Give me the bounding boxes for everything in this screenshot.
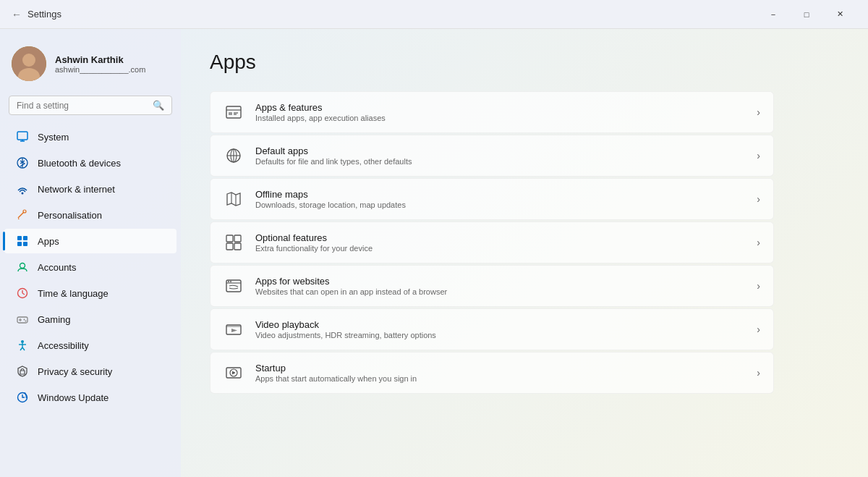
apps-features-title: Apps & features [255, 102, 745, 113]
settings-item-offline-maps[interactable]: Offline maps Downloads, storage location… [210, 178, 774, 220]
chevron-icon: › [757, 150, 760, 161]
sidebar: Ashwin Karthik ashwin___________.com 🔍 S… [0, 29, 181, 477]
chevron-icon: › [757, 193, 760, 205]
main-content: Ashwin Karthik ashwin___________.com 🔍 S… [0, 29, 868, 477]
nav-bluetooth[interactable]: Bluetooth & devices [4, 151, 176, 175]
offline-maps-title: Offline maps [255, 189, 745, 200]
chevron-icon: › [757, 324, 760, 335]
svg-rect-11 [17, 236, 22, 240]
video-playback-subtitle: Video adjustments, HDR streaming, batter… [255, 331, 745, 339]
time-icon [16, 287, 29, 300]
avatar [12, 46, 46, 81]
svg-rect-45 [226, 243, 233, 250]
page-title: Apps [210, 51, 839, 74]
settings-item-apps-websites[interactable]: Apps for websites Websites that can open… [210, 265, 774, 307]
search-input[interactable] [17, 101, 147, 111]
nav-privacy[interactable]: Privacy & security [4, 359, 176, 384]
user-email: ashwin___________.com [55, 65, 145, 74]
default-apps-title: Default apps [255, 145, 745, 156]
nav-label-update: Windows Update [38, 392, 109, 403]
svg-line-28 [22, 347, 25, 350]
settings-item-optional-features[interactable]: Optional features Extra functionality fo… [210, 221, 774, 263]
user-profile: Ashwin Karthik ashwin___________.com [0, 38, 181, 93]
settings-list: Apps & features Installed apps, app exec… [210, 91, 774, 394]
nav-label-network: Network & internet [38, 184, 115, 195]
nav-label-privacy: Privacy & security [38, 366, 112, 377]
svg-point-8 [22, 193, 24, 195]
window-title: Settings [27, 9, 61, 20]
back-button[interactable]: ← [12, 9, 22, 20]
nav-apps[interactable]: Apps [4, 229, 176, 253]
svg-point-24 [21, 340, 24, 343]
nav-personalisation[interactable]: Personalisation [4, 203, 176, 227]
settings-item-video-playback[interactable]: Video playback Video adjustments, HDR st… [210, 308, 774, 350]
svg-point-1 [22, 54, 35, 67]
nav-label-system: System [38, 132, 69, 143]
nav-system[interactable]: System [4, 124, 176, 149]
svg-rect-46 [234, 243, 241, 250]
svg-marker-40 [227, 193, 240, 206]
default-apps-text: Default apps Defaults for file and link … [255, 145, 745, 166]
accessibility-icon [16, 339, 29, 352]
maximize-button[interactable]: □ [790, 3, 823, 26]
svg-rect-13 [17, 242, 22, 246]
optional-features-text: Optional features Extra functionality fo… [255, 232, 745, 253]
video-playback-title: Video playback [255, 319, 745, 330]
svg-point-50 [230, 281, 231, 282]
optional-features-subtitle: Extra functionality for your device [255, 244, 745, 253]
minimize-button[interactable]: − [757, 3, 790, 26]
chevron-icon: › [757, 367, 760, 379]
apps-features-text: Apps & features Installed apps, app exec… [255, 102, 745, 122]
search-container: 🔍 [0, 93, 181, 124]
offline-maps-subtitle: Downloads, storage location, map updates [255, 200, 745, 209]
startup-icon [224, 363, 244, 383]
optional-features-icon [224, 232, 244, 253]
update-icon [16, 391, 29, 404]
apps-features-icon [224, 102, 244, 122]
apps-websites-text: Apps for websites Websites that can open… [255, 276, 745, 296]
apps-websites-icon [224, 276, 244, 296]
video-playback-text: Video playback Video adjustments, HDR st… [255, 319, 745, 339]
title-bar-left: ← Settings [12, 9, 61, 20]
settings-item-apps-features[interactable]: Apps & features Installed apps, app exec… [210, 91, 774, 133]
nav-network[interactable]: Network & internet [4, 177, 176, 201]
user-name: Ashwin Karthik [55, 54, 145, 65]
startup-title: Startup [255, 363, 745, 373]
svg-rect-44 [234, 235, 241, 242]
nav-label-time: Time & language [38, 288, 109, 299]
nav-accounts[interactable]: Accounts [4, 255, 176, 279]
offline-maps-text: Offline maps Downloads, storage location… [255, 189, 745, 209]
title-bar: ← Settings − □ ✕ [0, 0, 868, 29]
close-button[interactable]: ✕ [823, 3, 856, 26]
nav-label-apps: Apps [38, 236, 59, 247]
default-apps-icon [224, 145, 244, 166]
apps-websites-title: Apps for websites [255, 276, 745, 287]
personalisation-icon [16, 208, 29, 221]
svg-rect-3 [17, 132, 27, 140]
search-icon: 🔍 [153, 100, 164, 111]
nav-gaming[interactable]: Gaming [4, 307, 176, 332]
system-icon [16, 130, 29, 143]
nav-accessibility[interactable]: Accessibility [4, 333, 176, 358]
optional-features-title: Optional features [255, 232, 745, 243]
svg-rect-31 [226, 106, 241, 118]
privacy-icon [16, 365, 29, 378]
avatar-image [12, 46, 46, 81]
svg-point-10 [23, 210, 26, 213]
svg-line-9 [18, 212, 24, 218]
svg-rect-14 [23, 242, 27, 246]
search-box[interactable]: 🔍 [9, 96, 172, 115]
nav-time[interactable]: Time & language [4, 281, 176, 305]
svg-line-27 [20, 347, 22, 350]
svg-marker-53 [231, 329, 237, 332]
user-info: Ashwin Karthik ashwin___________.com [55, 54, 145, 74]
svg-point-15 [20, 263, 25, 269]
apps-icon [16, 235, 29, 248]
nav-update[interactable]: Windows Update [4, 385, 176, 410]
accounts-icon [16, 261, 29, 274]
chevron-icon: › [757, 106, 760, 118]
svg-rect-12 [23, 236, 27, 240]
settings-item-startup[interactable]: Startup Apps that start automatically wh… [210, 352, 774, 394]
svg-point-23 [25, 321, 27, 322]
settings-item-default-apps[interactable]: Default apps Defaults for file and link … [210, 135, 774, 177]
